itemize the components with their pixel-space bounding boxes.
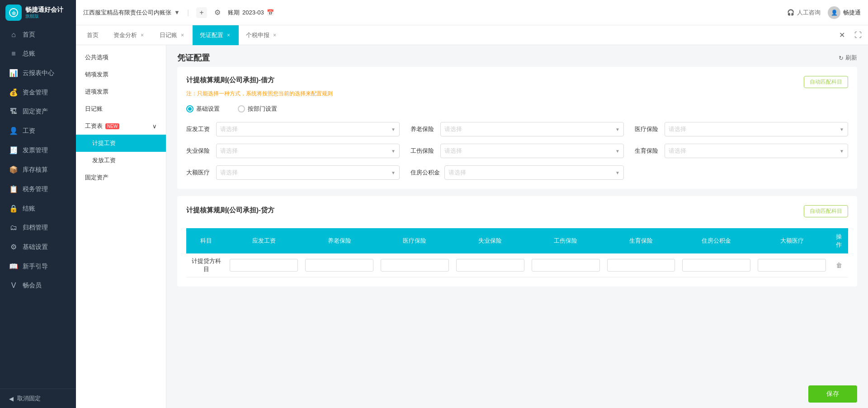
company-selector[interactable]: 江西服宝精品有限责任公司内账张 ▼ <box>83 9 180 17</box>
input-yingfa[interactable] <box>230 259 298 272</box>
sidebar-item-close[interactable]: 🔒 结账 <box>0 199 76 218</box>
select-shiye-baoxian[interactable]: 请选择 ▼ <box>216 144 400 158</box>
sidebar-footer[interactable]: ◀ 取消固定 <box>0 389 76 408</box>
debit-section: 计提核算规则(公司承担)-借方 注：只能选择一种方式，系统将按照您当前的选择来配… <box>177 67 857 189</box>
sidebar-item-vip[interactable]: V 畅会员 <box>0 276 76 295</box>
select-yingfa-gongzi[interactable]: 请选择 ▼ <box>216 122 400 136</box>
service-label: 人工咨询 <box>797 9 821 17</box>
input-zhufang[interactable] <box>682 259 750 272</box>
tab-tax[interactable]: 个税申报 × <box>239 25 285 45</box>
tab-voucher-close[interactable]: × <box>226 31 231 39</box>
salary-calc-label: 计提工资 <box>92 140 116 146</box>
chevron-down-icon: ▼ <box>615 127 620 132</box>
select-shengyu-baoxian[interactable]: 请选择 ▼ <box>665 144 848 158</box>
radio-basic-label: 基础设置 <box>196 105 220 113</box>
top-bar-right: 🎧 人工咨询 👤 畅捷通 <box>787 6 861 19</box>
sidebar-item-settings[interactable]: ⚙ 基础设置 <box>0 237 76 257</box>
tab-tax-label: 个税申报 <box>246 31 269 39</box>
credit-section: 计提核算规则(公司承担)-贷方 自动匹配科目 科目 应发工资 养老保险 医疗保险… <box>177 196 857 286</box>
tab-journal[interactable]: 日记账 × <box>152 25 193 45</box>
sidebar-nav: ⌂ 首页 ≡ 总账 📊 云报表中心 💰 资金管理 🏗 固定资产 👤 工资 🧾 发… <box>0 25 76 389</box>
debit-auto-match-button[interactable]: 自动匹配科目 <box>804 76 848 88</box>
tab-voucher[interactable]: 凭证配置 × <box>193 25 239 45</box>
input-gongshang[interactable] <box>532 259 600 272</box>
home-icon: ⌂ <box>9 31 18 39</box>
field-shiye-baoxian: 失业保险 请选择 ▼ <box>186 144 400 158</box>
select-gongshang-baoxian[interactable]: 请选择 ▼ <box>440 144 624 158</box>
save-button[interactable]: 保存 <box>808 385 857 403</box>
tab-home[interactable]: 首页 <box>80 25 106 45</box>
sidebar-item-journal-entry[interactable]: 日记账 <box>76 100 166 117</box>
sidebar-item-ledger[interactable]: ≡ 总账 <box>0 44 76 63</box>
select-zhufang-gongjijin[interactable]: 请选择 ▼ <box>444 165 624 180</box>
sidebar-item-salary-calc[interactable]: 计提工资 <box>76 135 166 152</box>
add-company-button[interactable]: + <box>196 7 207 18</box>
main-content: 江西服宝精品有限责任公司内账张 ▼ | + ⚙ 账期 2023-03 📅 🎧 人… <box>76 0 868 408</box>
tab-journal-close[interactable]: × <box>180 31 185 39</box>
sidebar-item-salary[interactable]: 👤 工资 <box>0 121 76 141</box>
select-yanglao-baoxian[interactable]: 请选择 ▼ <box>440 122 624 136</box>
sidebar: 会 畅捷通好会计 旗舰版 ⌂ 首页 ≡ 总账 📊 云报表中心 💰 资金管理 🏗 … <box>0 0 76 408</box>
sidebar-item-guide[interactable]: 📖 新手引导 <box>0 257 76 276</box>
sidebar-item-invoice[interactable]: 🧾 发票管理 <box>0 141 76 160</box>
user-info[interactable]: 👤 畅捷通 <box>828 6 861 19</box>
fixed-assets-icon: 🏗 <box>9 108 18 116</box>
select-daejingyiliao[interactable]: 请选择 ▼ <box>216 165 400 180</box>
sidebar-item-label: 库存核算 <box>23 166 48 174</box>
sidebar-item-sales-invoice[interactable]: 销项发票 <box>76 66 166 83</box>
sidebar-group-salary[interactable]: 工资表 NEW ∨ <box>76 117 166 135</box>
archive-icon: 🗂 <box>9 224 18 232</box>
sidebar-item-inventory[interactable]: 📦 库存核算 <box>0 160 76 179</box>
sidebar-item-archive[interactable]: 🗂 归档管理 <box>0 218 76 237</box>
sidebar-item-fixed-assets-config[interactable]: 固定资产 <box>76 169 166 186</box>
input-daejingyiliao[interactable] <box>758 259 826 272</box>
radio-dept[interactable]: 按部门设置 <box>238 105 277 113</box>
avatar: 👤 <box>828 6 840 19</box>
service-button[interactable]: 🎧 人工咨询 <box>787 9 821 17</box>
credit-auto-match-button[interactable]: 自动匹配科目 <box>804 205 848 217</box>
tab-maximize-button[interactable]: ⛶ <box>852 29 864 42</box>
sidebar-item-reports[interactable]: 📊 云报表中心 <box>0 63 76 83</box>
user-name: 畅捷通 <box>843 9 861 17</box>
tab-capital[interactable]: 资金分析 × <box>106 25 152 45</box>
tab-capital-close[interactable]: × <box>140 31 145 39</box>
period-label: 账期 <box>228 9 240 17</box>
sidebar-sales-label: 销项发票 <box>85 70 108 79</box>
sidebar-item-purchase-invoice[interactable]: 进项发票 <box>76 83 166 100</box>
radio-basic[interactable]: 基础设置 <box>186 105 220 113</box>
debit-form-grid: 应发工资 请选择 ▼ 养老保险 请选择 ▼ <box>186 122 848 180</box>
sidebar-item-salary-pay[interactable]: 发放工资 <box>76 152 166 169</box>
guide-icon: 📖 <box>9 262 18 271</box>
refresh-icon: ↻ <box>839 55 844 61</box>
col-action: 操作 <box>830 228 848 253</box>
page-content: 计提核算规则(公司承担)-借方 注：只能选择一种方式，系统将按照您当前的选择来配… <box>166 67 868 380</box>
col-daejingyiliao: 大额医疗 <box>754 228 830 253</box>
sidebar-item-tax[interactable]: 📋 税务管理 <box>0 179 76 199</box>
tab-tax-close[interactable]: × <box>272 31 277 39</box>
sidebar-item-home[interactable]: ⌂ 首页 <box>0 25 76 44</box>
calendar-icon[interactable]: 📅 <box>267 9 274 16</box>
gear-icon[interactable]: ⚙ <box>214 8 221 17</box>
sidebar-item-public[interactable]: 公共选项 <box>76 49 166 66</box>
tab-journal-label: 日记账 <box>160 31 177 39</box>
sidebar-item-capital[interactable]: 💰 资金管理 <box>0 83 76 102</box>
sidebar-item-label: 固定资产 <box>23 108 48 116</box>
input-shengyu[interactable] <box>607 259 675 272</box>
field-gongshang-baoxian: 工伤保险 请选择 ▼ <box>410 144 624 158</box>
sidebar-item-label: 工资 <box>23 127 35 135</box>
tab-close-window-button[interactable]: ✕ <box>835 29 848 42</box>
debit-section-note: 注：只能选择一种方式，系统将按照您当前的选择来配置规则 <box>186 90 333 98</box>
tabs-bar-right: ✕ ⛶ <box>835 29 868 42</box>
select-yiliao-baoxian[interactable]: 请选择 ▼ <box>665 122 848 136</box>
chevron-down-icon: ▼ <box>615 149 620 154</box>
settings-icon: ⚙ <box>9 243 18 251</box>
delete-icon[interactable]: 🗑 <box>836 262 842 269</box>
sidebar-item-label: 云报表中心 <box>23 69 54 77</box>
input-yiliao[interactable] <box>381 259 449 272</box>
input-yanglao[interactable] <box>305 259 373 272</box>
refresh-button[interactable]: ↻ 刷新 <box>839 54 857 62</box>
refresh-label: 刷新 <box>845 54 857 62</box>
sidebar-item-fixed-assets[interactable]: 🏗 固定资产 <box>0 102 76 121</box>
input-shiye[interactable] <box>456 259 524 272</box>
sidebar-item-label: 首页 <box>23 31 35 39</box>
